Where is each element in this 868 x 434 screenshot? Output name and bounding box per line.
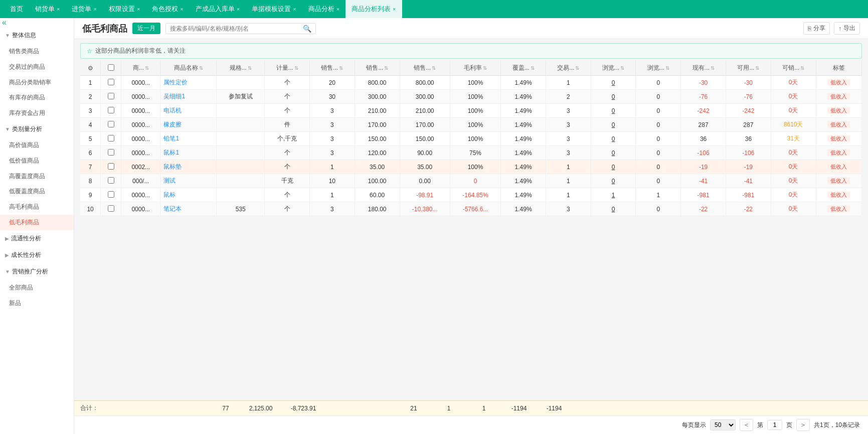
col-cover[interactable]: 覆盖...⇅ xyxy=(501,61,546,76)
row-name[interactable]: 橡皮擦 xyxy=(160,118,217,132)
nav-product-inbound[interactable]: 产成品入库单 × xyxy=(190,0,246,18)
sidebar-group-general[interactable]: ▼ 整体信息 xyxy=(0,27,74,44)
row-select-checkbox[interactable] xyxy=(108,191,114,198)
row-browse1[interactable]: 0 xyxy=(591,174,636,188)
row-checkbox[interactable] xyxy=(101,118,121,132)
close-icon[interactable]: × xyxy=(57,6,60,12)
sidebar-item-all-goods[interactable]: 全部商品 xyxy=(0,280,74,296)
row-select-checkbox[interactable] xyxy=(108,163,114,170)
col-stock2[interactable]: 可用...⇅ xyxy=(726,61,771,76)
row-checkbox[interactable] xyxy=(101,146,121,160)
sidebar-collapse-button[interactable]: « xyxy=(0,18,9,27)
sidebar-item-low-coverage[interactable]: 低覆盖度商品 xyxy=(0,184,74,199)
nav-permission-settings[interactable]: 权限设置 × xyxy=(103,0,146,18)
sidebar-group-marketing[interactable]: ▼ 营销推广分析 xyxy=(0,263,74,280)
close-icon[interactable]: × xyxy=(336,6,339,12)
row-select-checkbox[interactable] xyxy=(108,149,114,156)
row-select-checkbox[interactable] xyxy=(108,205,114,212)
row-select-checkbox[interactable] xyxy=(108,177,114,184)
col-trade[interactable]: 交易...⇅ xyxy=(546,61,591,76)
row-browse1[interactable]: 0 xyxy=(591,132,636,146)
row-select-checkbox[interactable] xyxy=(108,79,114,85)
row-checkbox[interactable] xyxy=(101,188,121,202)
col-unit[interactable]: 计量...⇅ xyxy=(265,61,310,76)
page-number-input[interactable] xyxy=(767,420,782,430)
row-checkbox[interactable] xyxy=(101,90,121,104)
row-browse1[interactable]: 0 xyxy=(591,146,636,160)
col-gross[interactable]: 毛利率⇅ xyxy=(450,61,500,76)
export-button[interactable]: ↑ 导出 xyxy=(834,22,860,35)
sidebar-item-low-value[interactable]: 低价值商品 xyxy=(0,153,74,169)
close-icon[interactable]: × xyxy=(237,6,240,12)
select-all-checkbox[interactable] xyxy=(108,64,114,71)
sidebar-item-high-value[interactable]: 高价值商品 xyxy=(0,137,74,153)
row-name[interactable]: 鼠标 xyxy=(160,188,217,202)
filter-period-button[interactable]: 近一月 xyxy=(132,23,160,34)
row-browse1[interactable]: 0 xyxy=(591,202,636,216)
row-browse1[interactable]: 0 xyxy=(591,118,636,132)
row-checkbox[interactable] xyxy=(101,76,121,90)
row-checkbox[interactable] xyxy=(101,132,121,146)
row-name[interactable]: 电话机 xyxy=(160,104,217,118)
search-input[interactable] xyxy=(170,25,303,32)
col-code[interactable]: 商...⇅ xyxy=(121,61,160,76)
row-select-checkbox[interactable] xyxy=(108,135,114,141)
row-browse1[interactable]: 0 xyxy=(591,90,636,104)
sidebar-item-new-goods[interactable]: 新品 xyxy=(0,296,74,311)
prev-page-button[interactable]: ＜ xyxy=(740,419,753,431)
row-select-checkbox[interactable] xyxy=(108,107,114,113)
row-name[interactable]: 测试 xyxy=(160,174,217,188)
row-checkbox[interactable] xyxy=(101,160,121,174)
close-icon[interactable]: × xyxy=(180,6,183,12)
sidebar-item-high-margin[interactable]: 高毛利商品 xyxy=(0,199,74,215)
row-checkbox[interactable] xyxy=(101,174,121,188)
sidebar-item-high-coverage[interactable]: 高覆盖度商品 xyxy=(0,169,74,184)
sidebar-item-in-stock-goods[interactable]: 有库存的商品 xyxy=(0,90,74,105)
next-page-button[interactable]: ＞ xyxy=(796,419,810,431)
col-browse1[interactable]: 浏览...⇅ xyxy=(591,61,636,76)
row-browse1[interactable]: 0 xyxy=(591,160,636,174)
close-icon[interactable]: × xyxy=(93,6,96,12)
nav-template-settings[interactable]: 单据模板设置 × xyxy=(246,0,302,18)
row-browse1[interactable]: 1 xyxy=(591,188,636,202)
col-sale1[interactable]: 销售...⇅ xyxy=(309,61,355,76)
row-name[interactable]: 鼠标垫 xyxy=(160,160,217,174)
row-checkbox[interactable] xyxy=(101,202,121,216)
row-name[interactable]: 吴细细1 xyxy=(160,90,217,104)
sidebar-item-sales-goods[interactable]: 销售类商品 xyxy=(0,44,74,59)
sidebar-item-low-margin[interactable]: 低毛利商品 xyxy=(0,215,74,230)
row-name[interactable]: 铅笔1 xyxy=(160,132,217,146)
col-spec[interactable]: 规格...⇅ xyxy=(217,61,265,76)
col-browse2[interactable]: 浏览...⇅ xyxy=(636,61,681,76)
page-size-select[interactable]: 50 100 200 xyxy=(710,419,736,430)
nav-home[interactable]: 首页 xyxy=(4,0,29,18)
row-name[interactable]: 笔记本 xyxy=(160,202,217,216)
row-checkbox[interactable] xyxy=(101,104,121,118)
sidebar-group-circulation[interactable]: ▶ 流通性分析 xyxy=(0,230,74,247)
row-name[interactable]: 属性定价 xyxy=(160,76,217,90)
col-settings[interactable]: ⚙ xyxy=(80,61,101,76)
share-button[interactable]: ⎘ 分享 xyxy=(803,22,830,35)
sidebar-group-category-analysis[interactable]: ▼ 类别量分析 xyxy=(0,121,74,137)
col-name[interactable]: 商品名称⇅ xyxy=(160,61,217,76)
nav-role-auth[interactable]: 角色授权 × xyxy=(146,0,189,18)
close-icon[interactable]: × xyxy=(137,6,140,12)
col-sale3[interactable]: 销售...⇅ xyxy=(400,61,450,76)
sidebar-item-stock-funds[interactable]: 库存资金占用 xyxy=(0,105,74,121)
search-icon[interactable]: 🔍 xyxy=(303,25,311,33)
sidebar-item-category-sales-rate[interactable]: 商品分类助销率 xyxy=(0,75,74,90)
row-browse1[interactable]: 0 xyxy=(591,104,636,118)
row-browse1[interactable]: 0 xyxy=(591,76,636,90)
row-name[interactable]: 鼠标1 xyxy=(160,146,217,160)
close-icon[interactable]: × xyxy=(293,6,296,12)
sidebar-group-growth[interactable]: ▶ 成长性分析 xyxy=(0,247,74,263)
sidebar-item-traded-goods[interactable]: 交易过的商品 xyxy=(0,59,74,75)
col-stock1[interactable]: 现有...⇅ xyxy=(681,61,726,76)
nav-product-analysis[interactable]: 商品分析 × xyxy=(302,0,345,18)
nav-product-analysis-list[interactable]: 商品分析列表 × xyxy=(345,0,402,18)
nav-sales-order[interactable]: 销货单 × xyxy=(29,0,66,18)
col-sale2[interactable]: 销售...⇅ xyxy=(355,61,400,76)
row-select-checkbox[interactable] xyxy=(108,121,114,127)
row-select-checkbox[interactable] xyxy=(108,93,114,99)
close-icon[interactable]: × xyxy=(393,6,396,12)
